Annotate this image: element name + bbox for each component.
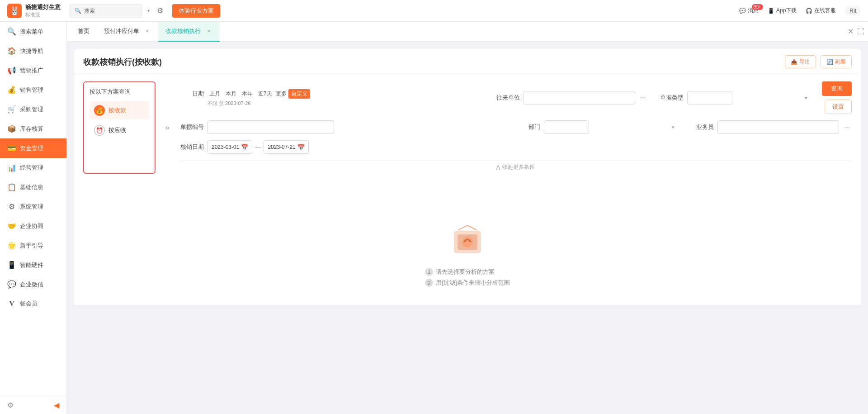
date-shortcut-more[interactable]: 更多 bbox=[276, 90, 287, 98]
tab-home[interactable]: 首页 bbox=[71, 22, 97, 42]
refresh-icon: 🔄 bbox=[826, 59, 833, 65]
tab-collect-close[interactable]: × bbox=[205, 28, 212, 35]
svg-point-3 bbox=[465, 240, 467, 242]
message-badge: 99+ bbox=[752, 4, 763, 10]
refresh-button[interactable]: 🔄 刷新 bbox=[821, 55, 852, 68]
settings-bottom-icon[interactable]: ⚙ bbox=[7, 401, 14, 409]
sidebar-label-inventory: 库存核算 bbox=[20, 125, 43, 133]
sidebar-label-enterprise-wechat: 企业微信 bbox=[20, 281, 43, 289]
search-dropdown-arrow[interactable]: ▾ bbox=[147, 8, 150, 13]
sidebar-item-enterprise-wechat[interactable]: 💬 企业微信 bbox=[0, 275, 66, 294]
sidebar-label-marketing: 营销推广 bbox=[20, 67, 43, 75]
tab-home-label: 首页 bbox=[78, 27, 90, 35]
filter-collapse-arrow[interactable]: » bbox=[163, 124, 172, 132]
query-button[interactable]: 查询 bbox=[822, 81, 852, 96]
empty-tips: 1 请先选择要分析的方案 2 用[过滤]条件来缩小分析范围 bbox=[425, 268, 509, 287]
sidebar-item-sales[interactable]: 💰 销售管理 bbox=[0, 80, 66, 100]
system-icon: ⚙ bbox=[7, 202, 16, 211]
finance-icon: 💳 bbox=[7, 144, 16, 152]
filter-option-by-receipt[interactable]: 💰 按收款 bbox=[90, 101, 149, 119]
top-search[interactable]: 🔍 bbox=[70, 4, 142, 18]
doc-type-label: 单据类型 bbox=[659, 94, 684, 102]
app-download-label: App下载 bbox=[776, 7, 797, 14]
sidebar-label-purchase: 采购管理 bbox=[20, 105, 43, 114]
by-receipt-label: 按收款 bbox=[108, 106, 126, 114]
top-bar-right: 💬 消息 99+ 📱 App下载 🎧 在线客服 Rit bbox=[739, 6, 861, 15]
sidebar-label-quick-nav: 快捷导航 bbox=[20, 47, 43, 55]
department-label: 部门 bbox=[515, 123, 540, 131]
sidebar-item-purchase[interactable]: 🛒 采购管理 bbox=[0, 100, 66, 119]
filter-row-3: 核销日期 2023-03-01 📅 — 2023-07-21 📅 bbox=[179, 140, 852, 154]
doc-type-select-wrapper bbox=[687, 91, 811, 105]
svg-point-2 bbox=[462, 237, 473, 247]
filter-field-salesperson: 业务员 ··· bbox=[689, 120, 852, 134]
gear-icon[interactable]: ⚙ bbox=[157, 6, 163, 15]
counterparty-input[interactable] bbox=[524, 91, 635, 105]
filter-field-department: 部门 bbox=[515, 120, 678, 134]
sidebar-item-search-menu[interactable]: 🔍 搜索菜单 bbox=[0, 22, 66, 41]
date-shortcut-7days[interactable]: 近7天 bbox=[256, 89, 274, 99]
sidebar-item-inventory[interactable]: 📦 库存核算 bbox=[0, 119, 66, 138]
settings-button[interactable]: 设置 bbox=[825, 100, 852, 114]
export-label: 导出 bbox=[799, 58, 810, 66]
tab-prepay-label: 预付冲应付单 bbox=[104, 27, 139, 35]
inventory-icon: 📦 bbox=[7, 124, 16, 133]
date-range-writeoff: 2023-03-01 📅 — 2023-07-21 📅 bbox=[208, 140, 852, 154]
sidebar-item-beginner-guide[interactable]: 🌟 新手引导 bbox=[0, 236, 66, 255]
tab-close-all-icon[interactable]: ✕ bbox=[848, 27, 854, 36]
online-service-action[interactable]: 🎧 在线客服 bbox=[806, 7, 836, 14]
sidebar-item-business[interactable]: 📊 经营管理 bbox=[0, 158, 66, 177]
filter-actions-col: 查询 设置 bbox=[822, 81, 852, 114]
sidebar-item-enterprise-collab[interactable]: 🤝 企业协同 bbox=[0, 216, 66, 236]
export-button[interactable]: 📤 导出 bbox=[785, 55, 816, 68]
sidebar-item-vip-member[interactable]: V 畅会员 bbox=[0, 294, 66, 313]
filter-scheme-title: 按以下方案查询 bbox=[90, 88, 149, 96]
sidebar-bottom: ⚙ ◀ bbox=[0, 396, 66, 414]
sidebar-label-business: 经营管理 bbox=[20, 164, 43, 172]
tab-prepay-close[interactable]: × bbox=[144, 28, 151, 35]
sidebar-item-smart-hardware[interactable]: 📱 智能硬件 bbox=[0, 255, 66, 275]
sidebar-collapse-button[interactable]: ◀ bbox=[54, 401, 59, 409]
date-shortcut-this-month[interactable]: 本月 bbox=[224, 89, 238, 99]
service-icon: 🎧 bbox=[806, 8, 812, 14]
sidebar-item-system[interactable]: ⚙ 系统管理 bbox=[0, 197, 66, 216]
app-download-action[interactable]: 📱 App下载 bbox=[768, 7, 797, 14]
tab-collect-offset[interactable]: 收款核销执行 × bbox=[158, 22, 220, 42]
filter-field-counterparty: 往来单位 ··· bbox=[495, 91, 648, 105]
sidebar-item-finance[interactable]: 💳 资金管理 bbox=[0, 138, 66, 158]
date-range-separator: — bbox=[255, 144, 261, 151]
date-shortcut-custom[interactable]: 自定义 bbox=[288, 89, 310, 99]
page-header-actions: 📤 导出 🔄 刷新 bbox=[785, 55, 852, 74]
salesperson-dots[interactable]: ··· bbox=[843, 123, 852, 131]
salesperson-input[interactable] bbox=[717, 120, 839, 134]
refresh-label: 刷新 bbox=[835, 58, 846, 66]
search-input[interactable] bbox=[84, 8, 137, 14]
basic-info-icon: 📋 bbox=[7, 183, 16, 191]
empty-tip-1: 1 请先选择要分析的方案 bbox=[425, 268, 509, 276]
date-shortcuts: 上月 本月 本年 近7天 更多 自定义 bbox=[208, 89, 310, 99]
filter-row-2: 单据编号 部门 业务员 ··· bbox=[179, 120, 852, 134]
sidebar-item-marketing[interactable]: 📢 营销推广 bbox=[0, 61, 66, 80]
tab-prepay-offset[interactable]: 预付冲应付单 × bbox=[97, 22, 158, 42]
tip-text-2: 用[过滤]条件来缩小分析范围 bbox=[436, 279, 509, 287]
user-info[interactable]: Rit bbox=[845, 6, 861, 15]
doc-no-input[interactable] bbox=[208, 120, 334, 134]
sidebar-item-quick-nav[interactable]: 🏠 快捷导航 bbox=[0, 41, 66, 61]
collapse-conditions[interactable]: ⋀ 收起更多条件 bbox=[179, 160, 852, 174]
message-action[interactable]: 💬 消息 99+ bbox=[739, 7, 759, 14]
writeoff-date-start[interactable]: 2023-03-01 📅 bbox=[208, 140, 252, 154]
tab-expand-icon[interactable]: ⛶ bbox=[857, 28, 864, 36]
date-shortcut-this-year[interactable]: 本年 bbox=[240, 89, 255, 99]
counterparty-dots[interactable]: ··· bbox=[639, 94, 648, 102]
filter-option-by-receivable[interactable]: ⏰ 按应收 bbox=[90, 121, 149, 139]
empty-illustration bbox=[445, 217, 490, 262]
doc-type-select[interactable] bbox=[687, 91, 732, 105]
date-shortcut-last-month[interactable]: 上月 bbox=[208, 89, 222, 99]
industry-solution-button[interactable]: 体验行业方案 bbox=[172, 4, 220, 18]
enterprise-wechat-icon: 💬 bbox=[7, 280, 16, 289]
date-label: 日期 bbox=[179, 90, 204, 98]
writeoff-date-end[interactable]: 2023-07-21 📅 bbox=[264, 140, 308, 154]
department-select[interactable] bbox=[544, 120, 589, 134]
filter-scheme-selector: 按以下方案查询 💰 按收款 ⏰ 按应收 bbox=[83, 81, 156, 174]
sidebar-item-basic-info[interactable]: 📋 基础信息 bbox=[0, 177, 66, 197]
